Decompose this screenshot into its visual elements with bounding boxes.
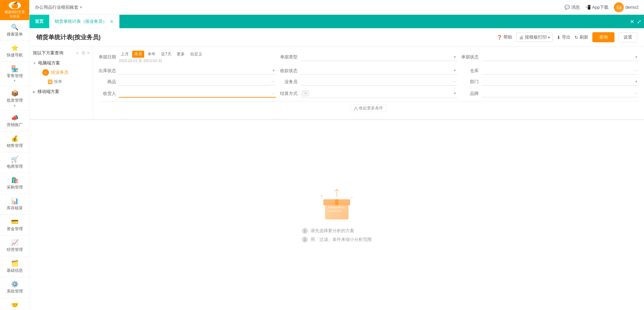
sidebar-item-retail-label: 零售管理 [1,73,28,79]
date-tab-thisyear[interactable]: 本年 [146,51,158,58]
status-dropdown-icon: ▾ [635,55,637,59]
brand-control[interactable]: ··· [481,90,639,97]
sidebar-item-finance[interactable]: 💳 资金管理 [0,215,29,236]
user-name: demo2 [625,5,639,10]
tab-spacer [119,15,627,28]
settlement-tag-close-icon[interactable]: × [305,91,307,96]
sidebar-item-search[interactable]: 🔍 搜索菜单 [0,20,29,41]
app-download-btn[interactable]: 📲 App下载 [585,4,608,10]
chevron-right-icon: ▶ [33,90,36,94]
export-btn[interactable]: ⬇ 导出 [557,34,571,40]
scheme-collapse-icon[interactable]: « [87,50,90,56]
outstatus-dropdown-icon: ▾ [273,68,275,73]
date-tab-more[interactable]: 更多 [175,51,187,58]
tab-close-icon[interactable]: ✕ [110,19,114,24]
message-btn[interactable]: 💬 消息 [565,4,580,10]
sidebar-item-ecom-label: 电商管理 [1,164,28,169]
basic-icon: 🗂️ [1,260,28,267]
collapse-btn[interactable]: ⋀ 收起更多条件 [351,104,387,112]
salesperson-label: 业务员 [280,79,298,85]
company-dropdown-icon: ▾ [80,5,82,10]
scheme-add-icon[interactable]: ＋ [75,50,79,56]
warehouse-control[interactable]: ··· [481,67,639,74]
goods-label: 商品 [99,79,116,85]
sidebar-item-sales[interactable]: 💰 销售管理 [0,132,29,152]
status-control[interactable]: ▾ [481,53,639,61]
refresh-btn[interactable]: ↻ 刷新 [575,34,588,40]
date-tab-thismonth[interactable]: 本月 [132,51,144,58]
company-name: 办公用品行业模拟账套 [35,4,78,10]
scheme-sub-item-by-order[interactable]: 🔀 按单 [33,78,90,86]
receiver-more-icon: ··· [271,91,275,96]
print-btn[interactable]: 🖨 按模板打印 ▾ [516,33,553,42]
outstatus-label: 出库状态 [99,68,116,74]
sidebar-item-system[interactable]: ⚙️ 系统管理 [0,277,29,298]
type-control[interactable]: ▾ [300,53,458,61]
tab-sales-stat[interactable]: 销货单统计表（按业务员） ✕ [49,15,119,28]
sidebar-item-retail[interactable]: 🏪 零售管理 ▼ [0,62,29,86]
sidebar-item-operation[interactable]: 📈 经营管理 [0,236,29,256]
collapse-label: 收起更多条件 [359,105,383,111]
company-selector[interactable]: 办公用品行业模拟账套 ▾ [35,4,82,10]
tab-action-expand[interactable]: ⤢ [637,18,641,25]
help-icon: ❓ [497,35,502,40]
salesperson-control[interactable]: ··· [300,78,458,86]
date-tab-custom[interactable]: 自定义 [188,51,204,58]
date-label: 单据日期 [99,54,116,60]
sidebar-item-purchase[interactable]: 🛍️ 采购管理 [0,173,29,194]
sidebar-item-enterprise[interactable]: 🤝 企业协同 [0,298,29,310]
purchase-icon: 🛍️ [1,176,28,184]
type-dropdown-icon: ▾ [454,55,456,59]
scheme-edit-icon[interactable]: ◎ [82,50,85,56]
svg-point-6 [351,197,353,198]
filter-row-2: 出库状态 ▾ 收款状态 ▾ 仓库 [99,67,639,74]
goods-control[interactable]: ··· [119,78,276,86]
date-tab-lastmonth[interactable]: 上月 [119,51,131,58]
sidebar-item-marketing[interactable]: 📣 营销推广 [0,111,29,132]
sidebar-item-wholesale[interactable]: 📦 批发管理 ▲ [0,86,29,111]
settlement-control[interactable]: × ▾ [300,89,458,98]
sidebar-item-inventory[interactable]: 📊 库存核算 [0,194,29,215]
scheme-group-mobile-title[interactable]: ▶ 移动端方案 [33,87,90,96]
tip-num-1: 1 [302,228,308,234]
filter-field-type: 单据类型 ▾ [280,53,458,61]
filter-field-paystatus: 收款状态 ▾ [280,67,458,74]
sidebar-item-marketing-label: 营销推广 [1,122,28,128]
operation-icon: 📈 [1,239,28,246]
tab-action-close[interactable]: ✕ [630,18,634,25]
logo-tag: 标账版 [10,14,20,19]
query-button[interactable]: 查询 [592,32,614,42]
finance-icon: 💳 [1,218,28,225]
department-dropdown-icon: ▾ [635,79,637,84]
paystatus-control[interactable]: ▾ [300,67,458,74]
filter-form: 单据日期 上月 本月 本年 近7天 更多 自定义 2023-03-01 至 20… [93,47,644,119]
setting-button[interactable]: 设置 [619,32,637,42]
empty-illustration [317,188,357,221]
svg-point-7 [323,204,324,205]
goods-more-icon: ··· [271,79,275,84]
tip-text-2: 用「过滤」条件来缩小分析范围 [311,237,372,243]
filter-field-warehouse: 仓库 ··· [461,67,639,74]
sidebar-item-ecom[interactable]: 🛒 电商管理 [0,152,29,173]
tip-num-2: 2 [302,237,308,243]
receiver-control[interactable]: ··· [119,90,276,98]
empty-state: 1 请先选择要分析的方案 2 用「过滤」条件来缩小分析范围 [30,120,644,310]
sidebar-item-quicknav[interactable]: ⭐ 快捷导航 [0,41,29,62]
sidebar-item-basic[interactable]: 🗂️ 基础信息 [0,256,29,277]
tab-home[interactable]: 首页 [30,15,49,28]
paystatus-dropdown-icon: ▾ [454,68,456,73]
app-download-icon: 📲 [585,5,591,10]
scheme-dot-icon: ⊙ [42,69,49,76]
date-tab-7days[interactable]: 近7天 [159,51,173,58]
department-control[interactable]: ▾ [481,78,639,86]
outstatus-control[interactable]: ▾ [119,67,276,74]
system-icon: ⚙️ [1,280,28,288]
scheme-group-desktop-title[interactable]: ▼ 电脑端方案 [33,59,90,67]
filter-field-department: 部门 ▾ [461,78,639,86]
inventory-icon: 📊 [1,197,28,205]
scheme-item-by-salesperson[interactable]: ⊙ 按业务员 [33,67,90,78]
help-btn[interactable]: ❓ 帮助 [497,34,512,40]
empty-tip-1: 1 请先选择要分析的方案 [302,228,372,234]
scheme-panel-title: 按以下方案查询 [33,50,63,56]
user-menu[interactable]: Ea demo2 [614,2,639,12]
